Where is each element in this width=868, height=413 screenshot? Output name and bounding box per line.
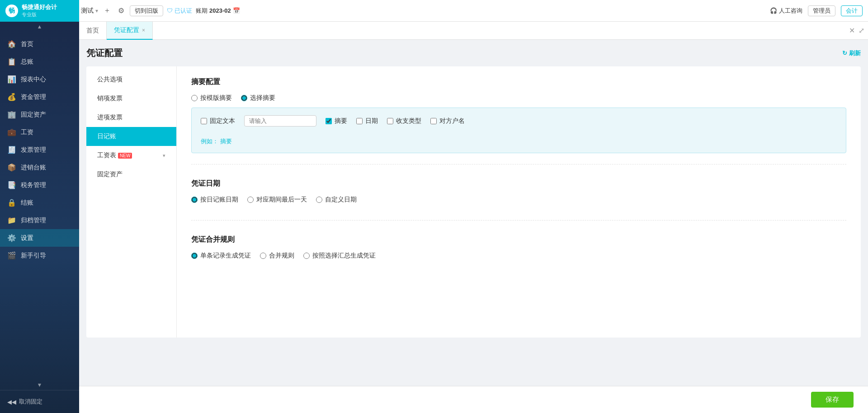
summary-section: 摘要配置 按模版摘要 选择摘要 <box>191 77 846 164</box>
page-content: 凭证配置 ↻ 刷新 公共选项销项发票进项发票日记账工资表NEW▾固定资产 摘要配… <box>79 40 868 386</box>
date-section-title: 凭证日期 <box>191 179 846 188</box>
company-selector[interactable]: 测试 ▾ <box>81 7 98 15</box>
admin-button[interactable]: 管理员 <box>808 5 835 16</box>
left-nav-item-sales-invoice[interactable]: 销项发票 <box>86 89 176 108</box>
date-radio-group: 按日记账日期 对应期间最后一天 自定义日期 <box>191 196 846 204</box>
nav-icon-archive: 📁 <box>7 216 16 225</box>
sidebar-item-fixed[interactable]: 🏢固定资产 <box>0 106 79 123</box>
top-header: 畅 畅捷通好会计 专业版 测试 ▾ ＋ ⚙ 切到旧版 🛡 已认证 账期 2023… <box>0 0 868 22</box>
sidebar-item-ledger[interactable]: 📋总账 <box>0 53 79 70</box>
nav-icon-purchase-sale: 📦 <box>7 163 16 172</box>
checkbox-date-input[interactable] <box>356 118 363 124</box>
date-section: 凭证日期 按日记账日期 对应期间最后一天 <box>191 179 846 221</box>
add-icon[interactable]: ＋ <box>102 4 113 17</box>
nav-icon-fixed: 🏢 <box>7 110 16 119</box>
accountant-button[interactable]: 会计 <box>841 5 863 16</box>
merge-radio-single[interactable]: 单条记录生成凭证 <box>191 252 251 260</box>
sidebar-item-home[interactable]: 🏠首页 <box>0 35 79 53</box>
nav-icon-settings: ⚙️ <box>7 234 16 242</box>
sidebar-item-closing[interactable]: 🔒结账 <box>0 194 79 211</box>
refresh-icon: ↻ <box>842 50 847 56</box>
summary-radio-group: 按模版摘要 选择摘要 <box>191 94 846 102</box>
checkbox-counterparty-input[interactable] <box>430 118 437 124</box>
merge-radio-single-input[interactable] <box>191 253 198 259</box>
summary-radio-template-input[interactable] <box>191 95 198 101</box>
date-radio-custom-input[interactable] <box>316 197 322 203</box>
summary-radio-select[interactable]: 选择摘要 <box>241 94 275 102</box>
checkbox-income-type[interactable]: 收支类型 <box>387 117 421 125</box>
save-button[interactable]: 保存 <box>811 392 854 408</box>
tab-close-icon[interactable]: × <box>142 27 145 33</box>
left-nav-item-payroll[interactable]: 工资表NEW▾ <box>86 146 176 165</box>
checkbox-counterparty[interactable]: 对方户名 <box>430 117 465 125</box>
summary-checkboxes-row: 固定文本 摘要 日期 <box>201 115 837 127</box>
merge-radio-select-input[interactable] <box>303 253 310 259</box>
chevron-down-icon: ▾ <box>163 153 165 159</box>
refresh-button[interactable]: ↻ 刷新 <box>842 49 861 57</box>
sidebar-item-funds[interactable]: 💰资金管理 <box>0 88 79 106</box>
date-radio-custom[interactable]: 自定义日期 <box>316 196 357 204</box>
right-content: 摘要配置 按模版摘要 选择摘要 <box>177 66 861 338</box>
support-button[interactable]: 🎧 人工咨询 <box>770 7 802 15</box>
sidebar-item-invoice[interactable]: 🧾发票管理 <box>0 141 79 159</box>
main-content: 首页 凭证配置 × ✕ ⤢ 凭证配置 ↻ 刷新 <box>79 22 868 413</box>
logo-text: 畅捷通好会计 专业版 <box>22 3 57 18</box>
nav-icon-closing: 🔒 <box>7 198 16 207</box>
date-radio-journal[interactable]: 按日记账日期 <box>191 196 238 204</box>
checkbox-fixed-text[interactable]: 固定文本 <box>201 117 235 125</box>
shield-icon: 🛡 <box>167 7 173 14</box>
logo-area: 畅 畅捷通好会计 专业版 <box>0 0 79 22</box>
merge-radio-rule[interactable]: 合并规则 <box>260 252 294 260</box>
tabs-bar-actions: ✕ ⤢ <box>845 26 868 35</box>
nav-icon-invoice: 🧾 <box>7 145 16 154</box>
summary-radio-select-input[interactable] <box>241 95 247 101</box>
gear-icon[interactable]: ⚙ <box>116 5 126 17</box>
sidebar-item-salary[interactable]: 💼工资 <box>0 123 79 141</box>
date-radio-period-last-input[interactable] <box>247 197 254 203</box>
date-radio-period-last[interactable]: 对应期间最后一天 <box>247 196 307 204</box>
close-icon[interactable]: ✕ <box>849 26 855 35</box>
merge-radio-select[interactable]: 按照选择汇总生成凭证 <box>303 252 376 260</box>
nav-icon-reports: 📊 <box>7 75 16 84</box>
checkbox-fixed-text-input[interactable] <box>201 118 207 124</box>
left-nav-item-purchase-invoice[interactable]: 进项发票 <box>86 108 176 127</box>
date-radio-journal-input[interactable] <box>191 197 198 203</box>
header-controls: 测试 ▾ ＋ ⚙ 切到旧版 🛡 已认证 账期 2023-02 📅 <box>81 4 766 17</box>
left-nav-item-fixed-assets[interactable]: 固定资产 <box>86 165 176 184</box>
switch-old-version-button[interactable]: 切到旧版 <box>130 5 163 16</box>
nav-icon-salary: 💼 <box>7 128 16 136</box>
tab-voucher-config[interactable]: 凭证配置 × <box>107 22 153 40</box>
new-badge: NEW <box>118 153 132 159</box>
sidebar-item-reports[interactable]: 📊报表中心 <box>0 70 79 88</box>
sidebar-scroll-down[interactable]: ▼ <box>0 380 79 390</box>
checkbox-abstract-input[interactable] <box>326 118 332 124</box>
example-text: 例如： 摘要 <box>201 137 232 145</box>
nav-icon-funds: 💰 <box>7 93 16 101</box>
sidebar-scroll-up[interactable]: ▲ <box>0 22 79 32</box>
checkbox-income-type-input[interactable] <box>387 118 393 124</box>
sidebar-item-archive[interactable]: 📁归档管理 <box>0 211 79 229</box>
summary-options-box: 固定文本 摘要 日期 <box>191 108 846 153</box>
left-nav-item-journal[interactable]: 日记账 <box>86 127 176 146</box>
merge-radio-group: 单条记录生成凭证 合并规则 按照选择汇总生成凭证 <box>191 252 846 260</box>
sidebar-item-purchase-sale[interactable]: 📦进销台账 <box>0 159 79 176</box>
nav-icon-guide: 🎬 <box>7 251 16 260</box>
tab-home[interactable]: 首页 <box>79 22 107 40</box>
checkbox-abstract[interactable]: 摘要 <box>326 117 347 125</box>
sidebar-item-tax[interactable]: 📑税务管理 <box>0 176 79 194</box>
period-info: 账期 2023-02 📅 <box>196 7 240 15</box>
sidebar-item-settings[interactable]: ⚙️设置 <box>0 229 79 247</box>
fixed-text-input[interactable] <box>244 115 316 127</box>
merge-section-title: 凭证合并规则 <box>191 235 846 244</box>
calendar-icon[interactable]: 📅 <box>233 7 240 14</box>
sidebar-item-guide[interactable]: 🎬新手引导 <box>0 247 79 264</box>
summary-section-title: 摘要配置 <box>191 77 846 87</box>
checkbox-date[interactable]: 日期 <box>356 117 378 125</box>
summary-radio-template[interactable]: 按模版摘要 <box>191 94 232 102</box>
cancel-fixed-button[interactable]: ◀◀ 取消固定 <box>0 394 79 409</box>
nav-icon-ledger: 📋 <box>7 57 16 66</box>
pin-icon: ◀◀ <box>7 399 16 405</box>
expand-icon[interactable]: ⤢ <box>859 26 864 35</box>
left-nav-item-public[interactable]: 公共选项 <box>86 70 176 89</box>
merge-radio-rule-input[interactable] <box>260 253 266 259</box>
